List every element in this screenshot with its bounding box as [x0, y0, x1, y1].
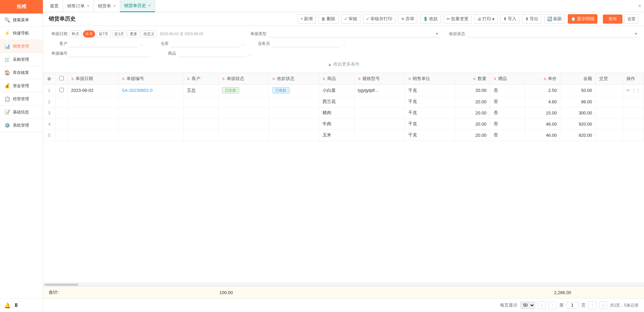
salesperson-input[interactable] [272, 40, 340, 47]
warehouse-input[interactable] [171, 40, 239, 47]
col-qty[interactable]: ⇅ 数量 [455, 73, 490, 85]
tab-sales-goods-close[interactable]: ✕ [113, 4, 116, 8]
collapse-up-icon: ▲ [328, 62, 332, 67]
goods-dots-icon[interactable]: ... [249, 52, 252, 56]
select-all-checkbox[interactable] [59, 76, 64, 80]
customer-input[interactable] [69, 40, 138, 47]
col-unit[interactable]: ⇅ 销售单位 [404, 73, 455, 85]
more-icon[interactable]: ⋮⋮ [632, 88, 640, 93]
doc-type-select[interactable]: ▾ [269, 30, 440, 37]
cell-checkbox[interactable] [55, 85, 67, 96]
col-gift[interactable]: ⇅ 赠品 [490, 73, 525, 85]
ops-mgmt-icon: 📋 [4, 96, 10, 102]
cell-actions [623, 96, 644, 107]
sidebar-item-purchase-mgmt[interactable]: 🛒 采购管理 [0, 53, 43, 66]
delete-button[interactable]: 🗑 删除 [318, 14, 338, 24]
date-btn-today[interactable]: 今天 [83, 30, 95, 37]
cell-date [67, 130, 118, 141]
customer-filter-item: 客户 ... [49, 40, 143, 47]
tab-sales-history[interactable]: 销货单历史 ✕ [120, 0, 155, 12]
tab-sales-order-close[interactable]: ✕ [87, 4, 89, 8]
col-unit-price[interactable]: ⇅ 单价 [525, 73, 560, 85]
date-btn-custom[interactable]: 自定义 [141, 30, 157, 37]
col-goods[interactable]: ⇅ 商品 [319, 73, 354, 85]
col-payment-status[interactable]: ⇅ 收款状态 [269, 73, 319, 85]
sort-icon: ⇅ [408, 77, 411, 81]
tab-sales-goods[interactable]: 销货单 ✕ [94, 0, 120, 12]
table-container[interactable]: ⚙ ⇅ 单据日期 ⇅ 单据编号 ⇅ 客户 [43, 73, 644, 283]
cell-goods: 玉米 [319, 130, 354, 141]
customer-dots-icon[interactable]: ... [140, 42, 143, 46]
col-doc-no[interactable]: ⇅ 单据编号 [118, 73, 184, 85]
doc-status-badge: 已生效 [222, 87, 239, 94]
scroll-thumb[interactable] [45, 284, 78, 286]
sidebar-item-ops-mgmt[interactable]: 📋 经营管理 [0, 93, 43, 106]
quick-nav-icon: ⚡ [4, 30, 10, 36]
import-button[interactable]: ⬆ 导入 [500, 14, 520, 24]
export-icon: ⬇ [525, 17, 529, 21]
cell-checkbox[interactable] [55, 96, 67, 107]
sidebar-item-label: 快捷导航 [13, 30, 29, 36]
page-size-select[interactable]: 50 [520, 302, 535, 309]
cell-qty: 20.00 [455, 96, 490, 107]
salesperson-dots-icon[interactable]: ... [342, 42, 345, 46]
date-btn-7days[interactable]: 近7天 [96, 30, 111, 37]
page-input[interactable] [566, 302, 579, 309]
first-page-button[interactable]: ⟨⟨ [538, 301, 546, 309]
approve-button[interactable]: ✓ 审核 [341, 14, 360, 24]
date-btn-more[interactable]: 更多 [128, 30, 140, 37]
print-button[interactable]: 🖨 打印 ▾ [474, 14, 498, 24]
cell-checkbox[interactable] [55, 107, 67, 119]
show-detail-button[interactable]: 📋 显示明细 [568, 14, 597, 24]
sidebar-item-sys-mgmt[interactable]: ⚙️ 系统管理 [0, 119, 43, 132]
collapse-button[interactable]: ▲ 收起更多条件 [328, 61, 360, 67]
settings-button[interactable]: 设置 [624, 15, 639, 24]
tabs-bar-close[interactable]: ✕ [638, 4, 641, 8]
add-button[interactable]: + 新增 [298, 14, 316, 24]
cell-checkbox[interactable] [55, 130, 67, 141]
row-checkbox[interactable] [59, 88, 64, 92]
collect-button[interactable]: 💲 收款 [420, 14, 441, 24]
date-btn-yesterday[interactable]: 昨天 [69, 30, 82, 37]
doc-no-link[interactable]: SA-20230602-0 [122, 88, 152, 93]
col-date[interactable]: ⇅ 单据日期 [67, 73, 118, 85]
approve-print-button[interactable]: ✓ 审核并打印 [363, 14, 395, 24]
refresh-button[interactable]: 🔄 刷新 [544, 14, 565, 24]
col-gear[interactable]: ⚙ [43, 73, 55, 85]
abandon-button[interactable]: ✕ 弃审 [398, 14, 417, 24]
col-checkbox[interactable] [55, 73, 67, 85]
tab-sales-order[interactable]: 销售订单 ✕ [63, 0, 94, 12]
sidebar-item-quick-nav[interactable]: ⚡ 快捷导航 [0, 27, 43, 40]
query-button[interactable]: 查询 [603, 15, 622, 24]
sidebar-logo: 拓维 [0, 0, 43, 14]
cell-checkbox[interactable] [55, 119, 67, 130]
goods-input[interactable] [178, 50, 247, 57]
horizontal-scrollbar[interactable] [43, 283, 644, 286]
doc-num-input[interactable] [69, 50, 150, 57]
sidebar-item-search-menu[interactable]: 🔍 搜索菜单 [0, 14, 43, 27]
date-btn-1month[interactable]: 近1月 [112, 30, 126, 37]
sidebar-item-base-info[interactable]: 📝 基础信息 [0, 106, 43, 119]
tab-home[interactable]: 首页 [46, 0, 63, 12]
col-trade: 交货 [596, 73, 623, 85]
next-page-button[interactable]: ⟩ [588, 301, 596, 309]
edit-icon[interactable]: ✏ [626, 88, 630, 93]
col-doc-status[interactable]: ⇅ 单据状态 [219, 73, 269, 85]
prev-page-button[interactable]: ⟨ [549, 301, 557, 309]
notification-icon[interactable]: 🔔 [4, 302, 11, 309]
pause-icon[interactable]: ⏸ [13, 302, 19, 309]
col-customer[interactable]: ⇅ 客户 [183, 73, 218, 85]
sidebar-item-label: 系统管理 [13, 123, 29, 128]
tab-sales-history-close[interactable]: ✕ [148, 4, 151, 7]
salesperson-label: 业务员 [251, 41, 270, 47]
sidebar-item-sales-mgmt[interactable]: 📊 销售管理 [0, 40, 43, 53]
payment-status-select[interactable]: ▾ [467, 30, 639, 37]
export-button[interactable]: ⬇ 导出 [522, 14, 541, 24]
batch-change-button[interactable]: ✏ 批量变更 [444, 14, 472, 24]
col-spec[interactable]: ⇅ 规格型号 [354, 73, 404, 85]
cell-amount: 300.00 [560, 107, 596, 119]
sidebar-item-finance-mgmt[interactable]: 💰 资金管理 [0, 79, 43, 93]
warehouse-dots-icon[interactable]: ... [241, 42, 244, 46]
last-page-button[interactable]: ⟩⟩ [599, 301, 607, 309]
sidebar-item-inventory[interactable]: 🏠 库存核算 [0, 66, 43, 79]
